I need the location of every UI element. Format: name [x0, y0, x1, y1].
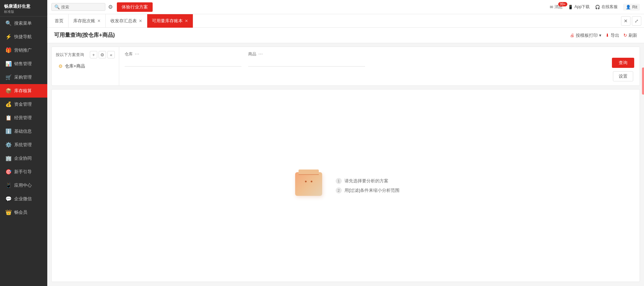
topbar-search-box[interactable]: 🔍	[51, 3, 105, 11]
page-header-actions: 🖨 按模板打印 ▾ ⬇ 导出 ↻ 刷新	[570, 32, 637, 38]
product-more-button[interactable]: ···	[258, 51, 263, 57]
sidebar-nav: 🔍搜索菜单⚡快捷导航🎁营销推广📊销售管理🛒采购管理📦库存核算💰资金管理📋经营管理…	[0, 17, 47, 286]
print-button[interactable]: 🖨 按模板打印 ▾	[570, 32, 601, 38]
topbar: 🔍 ⚙ 体验行业方案 ✉ 消息 99+ 📱 App下载 🎧 在线客服 👤 Rit	[47, 0, 644, 14]
sidebar-item-inventory[interactable]: 📦库存核算	[0, 84, 47, 98]
trial-button[interactable]: 体验行业方案	[117, 2, 153, 12]
filter-panel: 按以下方案查询 + ⚙ « ⚙ 仓库+商品 仓库 ···	[51, 47, 640, 86]
sidebar-item-enterprise[interactable]: 🏢企业协同	[0, 152, 47, 165]
sidebar-item-system[interactable]: ⚙️系统管理	[0, 138, 47, 152]
left-eye	[305, 181, 307, 182]
tab-home[interactable]: 首页	[50, 14, 69, 28]
filter-product-label: 商品 ···	[248, 51, 365, 57]
filter-btn-group: 查询 设置	[612, 51, 634, 81]
app-title: 畅康通好生意	[4, 3, 43, 9]
user-menu[interactable]: 👤 Rit	[623, 4, 640, 10]
tab-available-ledger[interactable]: 可用量库存账本 ✕	[147, 14, 193, 28]
filter-scheme-panel: 按以下方案查询 + ⚙ « ⚙ 仓库+商品	[52, 47, 119, 85]
sidebar-item-sales[interactable]: 📊销售管理	[0, 57, 47, 71]
sidebar-label-inventory: 库存核算	[14, 88, 32, 94]
sidebar-label-finance: 资金管理	[14, 101, 32, 107]
hint-num-2: 2	[336, 187, 342, 193]
sidebar-item-guide[interactable]: 🎯新手引导	[0, 165, 47, 179]
tab-recv-summary[interactable]: 收发存汇总表 ✕	[106, 14, 147, 28]
sidebar-icon-purchase: 🛒	[5, 74, 11, 80]
sidebar-icon-member: 👑	[5, 209, 11, 215]
sidebar-label-member: 畅会员	[14, 209, 27, 215]
refresh-button[interactable]: ↻ 刷新	[623, 32, 637, 38]
sidebar-item-wechat[interactable]: 💬企业微信	[0, 192, 47, 206]
sidebar-label-enterprise: 企业协同	[14, 155, 32, 161]
sidebar-label-purchase: 采购管理	[14, 74, 32, 80]
sidebar-label-sales: 销售管理	[14, 61, 32, 67]
empty-state-inner: 1 请先选择要分析的方案 2 用[过滤]条件来缩小分析范围	[292, 169, 400, 203]
message-button[interactable]: ✉ 消息 99+	[550, 4, 563, 10]
message-icon: ✉	[550, 5, 553, 9]
filter-fields: 仓库 ··· 商品 ··· 查询 设置	[119, 47, 640, 85]
add-scheme-button[interactable]: +	[90, 51, 97, 58]
refresh-icon: ↻	[623, 33, 627, 38]
filter-product-field: 商品 ···	[248, 51, 365, 67]
sidebar-icon-inventory: 📦	[5, 88, 11, 94]
product-input[interactable]	[248, 58, 365, 67]
message-badge: 99+	[558, 2, 567, 6]
app-subtitle: 标准版	[4, 9, 43, 14]
tab-batch-ledger[interactable]: 库存批次账 ✕	[69, 14, 106, 28]
headset-icon: 🎧	[595, 5, 600, 9]
print-label: 按模板打印	[576, 32, 598, 38]
tab-recv-summary-close[interactable]: ✕	[139, 19, 142, 23]
warehouse-input[interactable]	[125, 58, 241, 67]
sidebar-item-finance[interactable]: 💰资金管理	[0, 98, 47, 111]
app-download-button[interactable]: 📱 App下载	[568, 4, 590, 10]
right-eye	[311, 181, 312, 182]
topbar-gear-icon[interactable]: ⚙	[108, 4, 113, 10]
sidebar-label-app_center: 应用中心	[14, 182, 32, 188]
sidebar-icon-shortcuts: ⚡	[5, 34, 11, 40]
sidebar-item-marketing_promo[interactable]: 🎁营销推广	[0, 44, 47, 57]
sidebar-item-shortcuts[interactable]: ⚡快捷导航	[0, 30, 47, 44]
filter-warehouse-label: 仓库 ···	[125, 51, 241, 57]
scheme-item-warehouse-product[interactable]: ⚙ 仓库+商品	[56, 61, 115, 71]
tab-close-all-button[interactable]: ✕	[621, 16, 630, 26]
main-area: 🔍 ⚙ 体验行业方案 ✉ 消息 99+ 📱 App下载 🎧 在线客服 👤 Rit	[47, 0, 644, 286]
empty-state: 1 请先选择要分析的方案 2 用[过滤]条件来缩小分析范围	[51, 89, 640, 282]
print-chevron-icon[interactable]: ▾	[599, 33, 601, 38]
sidebar-item-purchase[interactable]: 🛒采购管理	[0, 71, 47, 84]
sidebar-label-wechat: 企业微信	[14, 196, 32, 202]
query-button[interactable]: 查询	[612, 58, 634, 68]
tab-available-ledger-close[interactable]: ✕	[185, 19, 188, 23]
warehouse-more-button[interactable]: ···	[135, 51, 139, 57]
hint-2-text: 用[过滤]条件来缩小分析范围	[344, 187, 400, 193]
user-icon: 👤	[626, 5, 631, 9]
page-header: 可用量查询(按仓库+商品) 🖨 按模板打印 ▾ ⬇ 导出 ↻ 刷新	[47, 28, 644, 43]
sidebar-label-search: 搜索菜单	[14, 20, 32, 26]
sidebar-item-member[interactable]: 👑畅会员	[0, 206, 47, 219]
sidebar-item-basic_info[interactable]: ℹ️基础信息	[0, 125, 47, 138]
export-button[interactable]: ⬇ 导出	[606, 32, 619, 38]
filter-settings-button[interactable]: 设置	[613, 71, 633, 81]
tab-expand-button[interactable]: ⤢	[632, 16, 641, 26]
hint-num-1: 1	[336, 178, 342, 184]
sidebar-label-shortcuts: 快捷导航	[14, 34, 32, 40]
sidebar-icon-guide: 🎯	[5, 169, 11, 175]
collapse-scheme-button[interactable]: «	[107, 51, 115, 58]
mobile-icon: 📱	[568, 5, 573, 9]
sidebar-label-basic_info: 基础信息	[14, 128, 32, 134]
sidebar-icon-operations: 📋	[5, 115, 11, 121]
settings-scheme-button[interactable]: ⚙	[99, 51, 106, 58]
username-label: Rit	[632, 5, 637, 9]
online-service-button[interactable]: 🎧 在线客服	[595, 4, 618, 10]
sidebar-item-search[interactable]: 🔍搜索菜单	[0, 17, 47, 30]
topbar-search-input[interactable]	[61, 5, 102, 9]
sidebar-icon-marketing_promo: 🎁	[5, 47, 11, 53]
sidebar-item-operations[interactable]: 📋经营管理	[0, 111, 47, 125]
print-icon: 🖨	[570, 33, 574, 38]
tab-batch-ledger-close[interactable]: ✕	[97, 19, 101, 23]
sidebar-icon-system: ⚙️	[5, 142, 11, 148]
warehouse-label-text: 仓库	[125, 51, 133, 57]
sidebar-icon-enterprise: 🏢	[5, 155, 11, 161]
tabs-bar: 首页 库存批次账 ✕ 收发存汇总表 ✕ 可用量库存账本 ✕ ✕ ⤢	[47, 14, 644, 28]
hint-1-text: 请先选择要分析的方案	[344, 178, 388, 184]
filter-scheme-header: 按以下方案查询 + ⚙ «	[56, 51, 115, 58]
sidebar-item-app_center[interactable]: 📱应用中心	[0, 179, 47, 192]
